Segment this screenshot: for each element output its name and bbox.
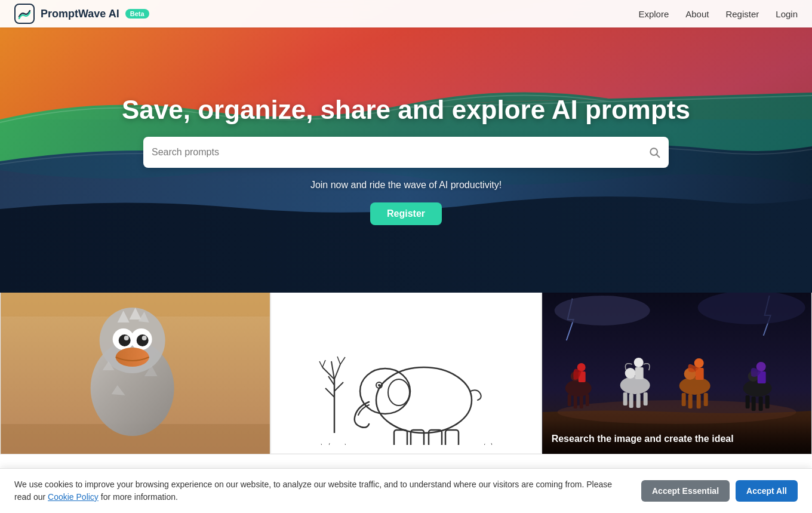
svg-point-17 [142,336,147,340]
svg-line-43 [321,444,322,445]
search-input[interactable] [152,147,648,158]
hero-subtext: Join now and ride the wave of AI product… [310,180,502,191]
svg-line-45 [345,444,346,445]
svg-line-29 [319,361,322,367]
card-elephant [270,293,541,454]
card-overlay: Research the image and create the ideal [542,420,811,454]
svg-line-47 [491,443,493,445]
svg-point-37 [388,379,410,406]
svg-rect-41 [445,430,459,445]
navbar: PromptWave AI Beta Explore About Registe… [0,0,812,27]
svg-line-23 [325,388,334,397]
svg-rect-80 [758,397,762,411]
svg-rect-65 [643,392,647,406]
hero-title: Save, organize, share and explore AI pro… [122,95,690,125]
nav-register[interactable]: Register [725,9,759,19]
search-button[interactable] [648,146,660,158]
nav-login[interactable]: Login [776,9,798,19]
svg-rect-63 [629,394,633,408]
svg-rect-78 [745,395,749,408]
svg-point-15 [137,334,149,346]
hero-register-button[interactable]: Register [370,202,442,225]
logo-text: PromptWave AI [41,8,119,20]
nav-about[interactable]: About [685,9,709,19]
elephant-sketch-svg [299,302,513,445]
hero-section: Save, organize, share and explore AI pro… [0,0,812,293]
beta-badge: Beta [125,9,149,19]
svg-line-3 [657,155,660,158]
card-horsemen: Research the image and create the ideal [542,293,812,454]
svg-line-46 [484,444,485,445]
nav-left: PromptWave AI Beta [14,4,149,24]
svg-line-24 [334,382,343,391]
card-horsemen-image: Research the image and create the ideal [542,293,811,454]
svg-point-61 [625,368,635,379]
card-elephant-image [271,293,540,454]
svg-rect-81 [765,395,769,408]
svg-rect-57 [585,394,589,406]
svg-point-60 [620,376,650,394]
svg-rect-67 [635,367,643,379]
hero-content: Save, organize, share and explore AI pro… [0,95,812,225]
svg-rect-79 [751,397,755,411]
svg-rect-70 [681,393,685,406]
svg-line-32 [340,357,345,364]
card-duck [0,293,270,454]
search-bar-container [143,137,669,168]
svg-rect-54 [567,394,571,406]
nav-links: Explore About Register Login [638,9,798,19]
svg-point-52 [565,380,591,397]
svg-point-16 [124,336,129,340]
svg-point-36 [378,384,380,386]
svg-rect-55 [573,395,577,408]
svg-rect-72 [696,394,700,408]
svg-point-18 [116,348,149,367]
svg-rect-56 [579,395,583,408]
nav-explore[interactable]: Explore [638,9,669,19]
svg-point-14 [119,334,131,346]
svg-rect-64 [636,394,640,408]
svg-rect-38 [394,430,407,445]
svg-rect-71 [688,394,692,408]
cards-section: Research the image and create the ideal [0,293,812,454]
card-overlay-text: Research the image and create the ideal [552,432,802,446]
card-duck-image [1,293,270,454]
svg-rect-73 [703,393,708,406]
svg-point-49 [554,296,650,325]
logo-icon [14,4,35,24]
svg-point-68 [679,377,710,395]
svg-line-31 [337,357,340,364]
svg-point-34 [360,368,410,414]
svg-rect-62 [623,392,627,406]
svg-point-66 [633,358,643,367]
svg-line-44 [328,443,330,445]
svg-point-76 [743,380,771,397]
search-icon [648,146,660,158]
duck-sculpture-svg [1,293,270,454]
svg-line-30 [322,360,325,367]
svg-line-27 [334,364,340,379]
